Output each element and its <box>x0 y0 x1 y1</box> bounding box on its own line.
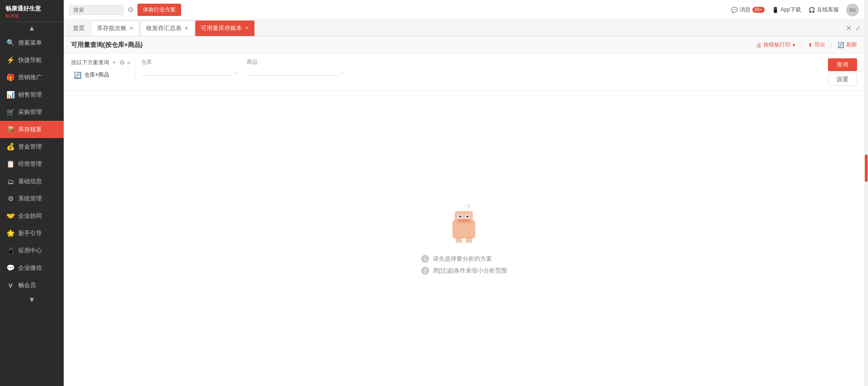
tab-batch-account[interactable]: 库存批次账 ✕ <box>91 21 139 36</box>
filter-scheme-header: 按以下方案查询 ＋ ⚙ « <box>71 58 131 67</box>
sidebar-item-guide[interactable]: 🌟 新手引导 <box>0 225 64 242</box>
app-name: 畅康通好生意 <box>5 5 58 13</box>
query-button[interactable]: 查询 <box>828 58 857 71</box>
svg-rect-4 <box>459 216 462 217</box>
product-more-btn[interactable]: … <box>340 68 345 75</box>
settings-button[interactable]: 设置 <box>828 73 857 86</box>
filter-fields: 仓库 … 商品 … <box>141 58 822 76</box>
avatar-text: Rit <box>849 7 855 13</box>
tab-receive-summary[interactable]: 收发存汇总表 ✕ <box>140 21 194 36</box>
scheme-item-warehouse-product[interactable]: 🔄 仓库+商品 <box>71 69 131 81</box>
add-scheme-btn[interactable]: ＋ <box>111 58 117 67</box>
tip-text-2: 用[过滤]条件来缩小分析范围 <box>433 267 507 275</box>
sidebar-item-member[interactable]: V 畅会员 <box>0 277 64 294</box>
empty-illustration: ? <box>441 202 487 247</box>
sidebar-item-label: 营销推广 <box>18 73 42 82</box>
sidebar-item-label: 销售管理 <box>18 91 42 99</box>
svg-text:?: ? <box>466 204 470 211</box>
tabbar-close-all-btn[interactable]: ✕ <box>846 24 852 32</box>
refresh-label: 刷新 <box>846 41 857 49</box>
tab-available-ledger[interactable]: 可用量库存账本 ✕ <box>195 21 254 36</box>
tip-text-1: 请先选择要分析的方案 <box>433 255 492 263</box>
marketing-icon: 🎁 <box>6 73 15 82</box>
message-badge: 99+ <box>752 7 765 13</box>
svg-rect-8 <box>466 237 472 243</box>
tab-available-ledger-label: 可用量库存账本 <box>201 24 242 32</box>
sidebar-item-marketing[interactable]: 🎁 营销推广 <box>0 69 64 86</box>
content-area: ? 1 请先选择要分析的方案 2 用[过滤]条件来缩小分析范围 <box>64 91 864 386</box>
app-download-label: App下载 <box>781 6 801 14</box>
industry-btn[interactable]: 体验行业方案 <box>137 4 181 16</box>
operation-icon: 📋 <box>6 160 15 168</box>
sidebar-item-shortcut[interactable]: ⚡ 快捷导航 <box>0 51 64 69</box>
export-label: 导出 <box>814 41 825 49</box>
finance-icon: 💰 <box>6 143 15 151</box>
tab-home[interactable]: 首页 <box>67 21 90 36</box>
app-download-btn[interactable]: 📱 App下载 <box>772 6 801 14</box>
app-version: 标准版 <box>5 13 58 19</box>
tip-number-1: 1 <box>421 255 429 263</box>
member-icon: V <box>6 282 15 289</box>
sidebar-item-label: 企业微信 <box>18 264 42 272</box>
sidebar-item-label: 应用中心 <box>18 247 42 255</box>
page-actions: 🖨 按模板打印 ▾ | ⬆ 导出 | 🔄 刷新 <box>756 41 857 49</box>
manage-scheme-btn[interactable]: ⚙ <box>119 59 125 66</box>
warehouse-input[interactable] <box>141 67 232 76</box>
purchase-icon: 🛒 <box>6 108 15 116</box>
tab-available-ledger-close[interactable]: ✕ <box>245 25 249 31</box>
sidebar: 畅康通好生意 标准版 ▲ 🔍 搜索菜单 ⚡ 快捷导航 🎁 营销推广 📊 销售管理… <box>0 0 64 386</box>
sidebar-item-sales[interactable]: 📊 销售管理 <box>0 86 64 103</box>
tabbar: 首页 库存批次账 ✕ 收发存汇总表 ✕ 可用量库存账本 ✕ ✕ ⤢ <box>64 20 864 36</box>
print-btn[interactable]: 🖨 按模板打印 ▾ <box>756 41 795 49</box>
sidebar-item-basic-info[interactable]: 🗂 基础信息 <box>0 173 64 190</box>
tabbar-right: ✕ ⤢ <box>846 24 861 32</box>
product-input[interactable] <box>247 67 338 76</box>
enterprise-icon: 🤝 <box>6 212 15 220</box>
sales-icon: 📊 <box>6 91 15 99</box>
message-btn[interactable]: 💬 消息 99+ <box>731 6 765 14</box>
collapse-scheme-btn[interactable]: « <box>127 59 131 66</box>
sidebar-item-operation[interactable]: 📋 经营管理 <box>0 155 64 173</box>
search-icon: 🔍 <box>6 39 15 47</box>
sidebar-item-enterprise-wechat[interactable]: 💬 企业微信 <box>0 259 64 277</box>
sidebar-scroll-up[interactable]: ▲ <box>0 22 64 34</box>
gear-icon[interactable]: ⚙ <box>127 5 134 14</box>
action-divider2: | <box>831 41 832 48</box>
sidebar-item-label: 系统管理 <box>18 195 42 203</box>
main-content: ⚙ 体验行业方案 💬 消息 99+ 📱 App下载 🎧 在线客服 Rit <box>64 0 864 386</box>
online-service-btn[interactable]: 🎧 在线客服 <box>808 6 839 14</box>
empty-tip-2: 2 用[过滤]条件来缩小分析范围 <box>421 267 507 275</box>
tab-home-label: 首页 <box>73 24 85 32</box>
refresh-icon: 🔄 <box>838 42 844 48</box>
warehouse-more-btn[interactable]: … <box>234 68 239 75</box>
sidebar-item-label: 库存核算 <box>18 125 42 134</box>
product-field-input-wrap: … <box>247 67 345 76</box>
inventory-icon: 📦 <box>6 125 15 134</box>
tip-number-2: 2 <box>421 267 429 275</box>
sidebar-scroll-down[interactable]: ▼ <box>0 294 64 306</box>
tabbar-expand-btn[interactable]: ⤢ <box>855 25 861 32</box>
refresh-btn[interactable]: 🔄 刷新 <box>838 41 857 49</box>
avatar[interactable]: Rit <box>846 4 859 16</box>
tab-batch-account-close[interactable]: ✕ <box>129 26 133 31</box>
filter-actions: 查询 设置 <box>828 58 857 86</box>
sidebar-item-inventory[interactable]: 📦 库存核算 <box>0 121 64 138</box>
topbar-search-input[interactable] <box>69 5 124 15</box>
tab-receive-summary-close[interactable]: ✕ <box>184 26 188 31</box>
sidebar-item-search[interactable]: 🔍 搜索菜单 <box>0 34 64 51</box>
sidebar-item-purchase[interactable]: 🛒 采购管理 <box>0 103 64 121</box>
sidebar-item-system[interactable]: ⚙ 系统管理 <box>0 190 64 207</box>
right-scroll-thumb <box>865 154 868 182</box>
sidebar-item-label: 基础信息 <box>18 177 42 185</box>
right-scrollbar[interactable] <box>864 0 868 386</box>
svg-rect-7 <box>456 237 462 243</box>
export-btn[interactable]: ⬆ 导出 <box>808 41 825 49</box>
system-icon: ⚙ <box>6 195 15 203</box>
tab-receive-summary-label: 收发存汇总表 <box>146 24 182 32</box>
sidebar-item-enterprise[interactable]: 🤝 企业协同 <box>0 207 64 225</box>
sidebar-item-label: 快捷导航 <box>18 56 42 64</box>
filter-field-product: 商品 … <box>247 58 345 76</box>
svg-rect-6 <box>458 219 470 222</box>
sidebar-item-app-center[interactable]: 📱 应用中心 <box>0 242 64 259</box>
sidebar-item-finance[interactable]: 💰 资金管理 <box>0 138 64 155</box>
